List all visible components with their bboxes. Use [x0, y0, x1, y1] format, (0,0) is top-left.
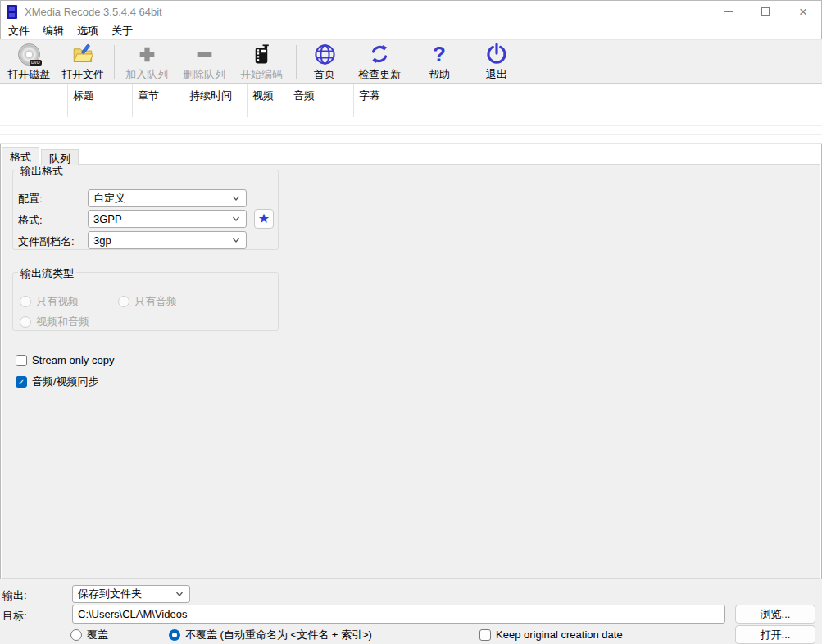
menu-options[interactable]: 选项 [70, 24, 105, 39]
open-folder-icon [71, 42, 95, 66]
file-list-header: 标题 章节 持续时间 视频 音频 字幕 [0, 84, 822, 117]
maximize-icon [761, 7, 770, 16]
extension-select[interactable]: 3gp [88, 231, 247, 249]
av-sync-label: 音频/视频同步 [32, 374, 99, 389]
target-path-input[interactable]: C:\Users\CLAM\Videos [72, 605, 725, 624]
table-row [0, 135, 822, 144]
radio-icon [70, 629, 82, 641]
menu-file[interactable]: 文件 [2, 24, 36, 39]
star-icon: ★ [258, 212, 270, 225]
file-list-table[interactable]: 标题 章节 持续时间 视频 音频 字幕 [0, 84, 822, 144]
column-header-audio[interactable]: 音频 [288, 84, 354, 117]
profile-label: 配置: [18, 192, 43, 206]
column-header-blank[interactable] [0, 84, 68, 117]
stream-only-copy-label: Stream only copy [32, 354, 114, 366]
maximize-button[interactable] [747, 0, 784, 23]
radio-icon [20, 316, 31, 328]
exit-button[interactable]: 退出 [474, 42, 520, 83]
table-row [0, 126, 822, 135]
power-icon [485, 42, 508, 66]
stream-only-copy-checkbox[interactable]: Stream only copy [16, 354, 114, 366]
minimize-icon [724, 11, 733, 12]
browse-button[interactable]: 浏览... [735, 605, 815, 624]
open-output-button[interactable]: 打开... [735, 625, 815, 644]
add-to-queue-button: 加入队列 [120, 42, 173, 83]
av-sync-checkbox[interactable]: ✓ 音频/视频同步 [16, 374, 99, 389]
chevron-down-icon [231, 235, 241, 245]
overwrite-label: 覆盖 [87, 628, 108, 642]
format-select[interactable]: 3GPP [88, 210, 247, 228]
checkbox-icon [479, 629, 491, 641]
globe-icon [313, 42, 337, 66]
checkbox-checked-icon: ✓ [16, 376, 27, 388]
help-button[interactable]: ? 帮助 [418, 42, 461, 83]
question-icon: ? [433, 42, 446, 66]
column-header-title[interactable]: 标题 [68, 84, 133, 117]
homepage-button[interactable]: 首页 [305, 42, 344, 83]
minus-icon [194, 42, 215, 66]
toolbar: DVD 打开磁盘 打开文件 加入队列 删除队列 [0, 39, 822, 84]
radio-selected-icon [169, 629, 180, 641]
video-and-audio-label: 视频和音频 [36, 315, 89, 329]
profile-select[interactable]: 自定义 [88, 189, 247, 207]
tab-format[interactable]: 格式 [2, 147, 39, 165]
window-controls: × [709, 0, 822, 23]
column-header-duration[interactable]: 持续时间 [184, 84, 248, 117]
format-label: 格式: [18, 213, 43, 228]
chevron-down-icon [231, 193, 241, 203]
profile-value: 自定义 [93, 191, 125, 206]
chevron-down-icon [231, 214, 241, 224]
column-header-chapter[interactable]: 章节 [133, 84, 184, 117]
checkbox-icon [16, 355, 27, 366]
app-icon [7, 5, 17, 19]
menu-edit[interactable]: 编辑 [36, 24, 70, 39]
stream-type-group: 输出流类型 只有视频 只有音频 视频和音频 [12, 272, 279, 331]
toolbar-separator [296, 45, 297, 79]
keep-date-checkbox[interactable]: Keep original creation date [479, 628, 623, 641]
minimize-button[interactable] [709, 0, 747, 23]
column-header-subtitle[interactable]: 字幕 [354, 84, 434, 117]
open-disc-button[interactable]: DVD 打开磁盘 [3, 42, 54, 83]
remove-from-queue-button: 删除队列 [178, 42, 230, 83]
tabstrip: 格式 队列 [2, 147, 80, 165]
chevron-down-icon [175, 589, 184, 599]
video-only-radio: 只有视频 [20, 294, 79, 309]
radio-icon [20, 296, 31, 307]
target-label: 目标: [2, 609, 27, 624]
encode-camera-icon [252, 42, 272, 66]
video-and-audio-radio: 视频和音频 [20, 315, 89, 329]
audio-only-label: 只有音频 [134, 294, 177, 309]
start-encode-button: 开始编码 [235, 42, 288, 83]
no-overwrite-radio[interactable]: 不覆盖 (自动重命名为 <文件名 + 索引>) [169, 628, 372, 642]
video-only-label: 只有视频 [36, 294, 79, 309]
column-header-filler [434, 84, 822, 117]
tab-queue[interactable]: 队列 [41, 149, 79, 165]
open-file-button[interactable]: 打开文件 [57, 42, 108, 83]
column-header-video[interactable]: 视频 [248, 84, 288, 117]
stream-type-group-title: 输出流类型 [18, 266, 76, 281]
overwrite-radio[interactable]: 覆盖 [70, 628, 108, 642]
titlebar: XMedia Recode 3.5.4.4 64bit × [0, 0, 822, 23]
output-label: 输出: [2, 588, 27, 603]
audio-only-radio: 只有音频 [118, 294, 177, 309]
close-button[interactable]: × [784, 0, 822, 23]
output-mode-select[interactable]: 保存到文件夹 [72, 585, 190, 603]
format-value: 3GPP [93, 213, 122, 225]
radio-icon [118, 296, 129, 307]
favorite-format-button[interactable]: ★ [254, 209, 274, 229]
check-update-button[interactable]: 检查更新 [351, 42, 408, 83]
refresh-icon [368, 42, 391, 66]
app-window: XMedia Recode 3.5.4.4 64bit × 文件 编辑 选项 关… [0, 0, 822, 644]
format-tab-page: 输出格式 配置: 自定义 格式: 3GPP ★ 文件副档名: 3gp 输出流类型 [2, 164, 820, 579]
table-row [0, 117, 822, 126]
output-panel: 输出: 保存到文件夹 目标: C:\Users\CLAM\Videos 浏览..… [0, 579, 822, 644]
close-icon: × [799, 5, 807, 19]
output-format-group: 输出格式 配置: 自定义 格式: 3GPP ★ 文件副档名: 3gp [12, 170, 279, 250]
keep-date-label: Keep original creation date [496, 628, 623, 641]
extension-value: 3gp [93, 234, 111, 247]
extension-label: 文件副档名: [18, 234, 75, 249]
menubar: 文件 编辑 选项 关于 [0, 23, 822, 39]
menu-about[interactable]: 关于 [105, 24, 139, 39]
plus-icon [137, 42, 157, 66]
no-overwrite-label: 不覆盖 (自动重命名为 <文件名 + 索引>) [185, 628, 372, 642]
